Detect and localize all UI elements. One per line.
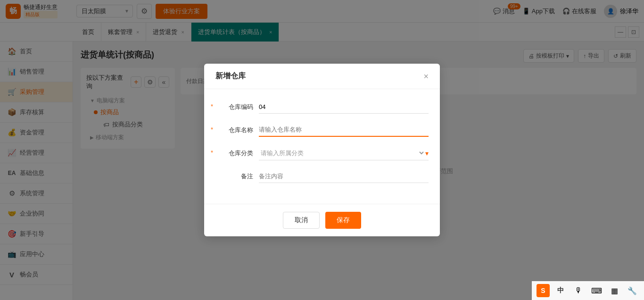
modal-header: 新增仓库 × bbox=[204, 64, 440, 89]
category-select-wrapper[interactable]: 请输入所属分类 ▾ bbox=[259, 146, 429, 160]
cancel-button[interactable]: 取消 bbox=[283, 212, 320, 229]
form-row-name: 仓库名称 bbox=[215, 123, 429, 137]
save-button[interactable]: 保存 bbox=[325, 212, 361, 229]
layout-icon[interactable]: ▦ bbox=[607, 283, 621, 298]
form-row-remark: 备注 bbox=[215, 170, 429, 183]
form-row-category: 仓库分类 请输入所属分类 ▾ bbox=[215, 146, 429, 160]
bottom-bar: S 中 🎙 ⌨ ▦ 🔧 bbox=[532, 281, 644, 300]
modal-footer: 取消 保存 bbox=[204, 204, 440, 236]
zh-input-icon[interactable]: 中 bbox=[553, 283, 568, 298]
keyboard-icon[interactable]: ⌨ bbox=[589, 283, 603, 298]
modal-body: 仓库编码 仓库名称 仓库分类 请输入所属分类 ▾ 备注 bbox=[204, 89, 440, 204]
s-logo: S bbox=[537, 284, 550, 297]
bottom-settings-icon[interactable]: 🔧 bbox=[625, 283, 639, 298]
modal-title: 新增仓库 bbox=[215, 71, 246, 81]
code-label: 仓库编码 bbox=[215, 103, 253, 111]
name-label: 仓库名称 bbox=[215, 126, 253, 134]
new-warehouse-modal: 新增仓库 × 仓库编码 仓库名称 仓库分类 请输入所属分类 ▾ bbox=[204, 64, 440, 236]
category-label: 仓库分类 bbox=[215, 149, 253, 158]
modal-overlay[interactable]: 新增仓库 × 仓库编码 仓库名称 仓库分类 请输入所属分类 ▾ bbox=[0, 0, 644, 300]
name-input[interactable] bbox=[259, 123, 429, 137]
code-input[interactable] bbox=[259, 100, 429, 114]
category-chevron-icon: ▾ bbox=[425, 150, 429, 157]
form-row-code: 仓库编码 bbox=[215, 100, 429, 114]
modal-close-button[interactable]: × bbox=[423, 72, 429, 81]
remark-input[interactable] bbox=[259, 170, 429, 183]
remark-label: 备注 bbox=[215, 172, 253, 181]
mic-icon[interactable]: 🎙 bbox=[571, 283, 586, 298]
category-select[interactable]: 请输入所属分类 bbox=[259, 146, 425, 160]
